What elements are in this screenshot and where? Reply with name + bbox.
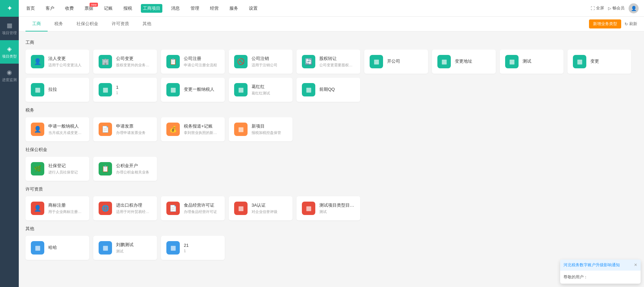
nav-service[interactable]: 服务 bbox=[227, 4, 240, 13]
card-test[interactable]: ▦ 测试 bbox=[500, 50, 564, 74]
card-num21[interactable]: ▦ 21 1 bbox=[161, 236, 225, 260]
section-title-permit: 许可资质 bbox=[25, 186, 637, 192]
card-open-company[interactable]: ▦ 开公司 bbox=[364, 50, 428, 74]
fullscreen-label: 全屏 bbox=[596, 5, 604, 11]
sidebar-item-progress-monitor[interactable]: ◉ 进度监测 bbox=[0, 64, 19, 87]
nav-ticket[interactable]: 票据 new bbox=[83, 4, 95, 13]
sidebar-item-project-type[interactable]: ◈ 项目类型 bbox=[0, 40, 19, 64]
tab-social-fund[interactable]: 社保公积金 bbox=[70, 17, 105, 31]
card-company-change[interactable]: 🏢 公司变更 股权变更外的业务变更 bbox=[93, 50, 157, 74]
card-info-fund-open: 公积金开户 办理公积金相关业务 bbox=[116, 163, 152, 175]
sidebar-item-project-mgmt[interactable]: ▦ 项目管理 bbox=[0, 17, 19, 40]
card-food-permit[interactable]: 📄 食品经营许可证 办理食品经营许可证 bbox=[161, 196, 225, 220]
tab-other[interactable]: 其他 bbox=[136, 17, 158, 31]
section-title-industry: 工商 bbox=[25, 40, 637, 46]
card-trademark-reg[interactable]: 👤 商标注册 用于企业商标注册服务 bbox=[25, 196, 89, 220]
card-name-apply-taxpayer: 申请一般纳税人 bbox=[48, 123, 84, 129]
card-haha[interactable]: ▦ 哈哈 bbox=[25, 236, 89, 260]
tab-permit[interactable]: 许可资质 bbox=[105, 17, 136, 31]
sidebar-label-project-type: 项目类型 bbox=[2, 54, 17, 59]
card-info-liu-peng-test: 刘鹏测试 测试 bbox=[116, 242, 152, 254]
card-change-address[interactable]: ▦ 变更地址 bbox=[432, 50, 496, 74]
card-equity-transfer[interactable]: 🔄 股权转让 公司变更需要股权转让 bbox=[297, 50, 360, 74]
card-icon-trademark-reg: 👤 bbox=[31, 202, 44, 215]
nav-industry[interactable]: 工商项目 bbox=[141, 4, 162, 13]
project-type-icon: ◈ bbox=[7, 45, 12, 53]
add-type-button[interactable]: 新增业务类型 bbox=[589, 19, 621, 28]
card-info-trademark-reg: 商标注册 用于企业商标注册服务 bbox=[48, 202, 84, 214]
card-company-reg[interactable]: 📋 公司注册 申请公司注册全流程 bbox=[161, 50, 225, 74]
card-name-liu-peng-test: 刘鹏测试 bbox=[116, 242, 152, 248]
card-num1[interactable]: ▦ 1 1 bbox=[93, 78, 157, 102]
refresh-button[interactable]: ↻ 刷新 bbox=[625, 21, 637, 27]
card-name-trademark-reg: 商标注册 bbox=[48, 202, 84, 208]
card-change[interactable]: ▦ 变更 bbox=[568, 50, 631, 74]
card-import-export[interactable]: 🌐 进出口权办理 适用于对外贸易经营者 bbox=[93, 196, 157, 220]
card-icon-test: ▦ bbox=[505, 55, 519, 68]
card-social-reg[interactable]: 🌿 社保登记 进行人员社保登记 bbox=[25, 157, 89, 181]
card-desc-liu-peng-test: 测试 bbox=[116, 249, 152, 254]
card-desc-import-export: 适用于对外贸易经营者 bbox=[116, 209, 152, 214]
nav-operation[interactable]: 经营 bbox=[208, 4, 221, 13]
card-change-taxpayer[interactable]: ▦ 变更一般纳税人 bbox=[161, 78, 225, 102]
section-title-social: 社保公积金 bbox=[25, 147, 637, 153]
nav-settings[interactable]: 设置 bbox=[247, 4, 260, 13]
main-content: 首页 客户 收费 票据 new 记账 报税 工商项目 消息 管理 经营 服务 设… bbox=[19, 0, 644, 287]
user-avatar[interactable]: 👤 bbox=[629, 3, 639, 13]
notification-close-button[interactable]: ✕ bbox=[634, 263, 637, 267]
card-name-food-permit: 食品经营许可证 bbox=[184, 202, 219, 208]
card-desc-3a-cert: 对企业信誉评级 bbox=[252, 209, 287, 214]
card-icon-legal-change: 👤 bbox=[31, 55, 44, 68]
nav-accounting[interactable]: 记账 bbox=[102, 4, 115, 13]
card-info-test: 测试 bbox=[523, 58, 558, 65]
fullscreen-button[interactable]: ⛶ 全屏 bbox=[591, 5, 604, 11]
card-legal-change[interactable]: 👤 法人变更 适用于公司变更法人 bbox=[25, 50, 89, 74]
card-name-legal-change: 法人变更 bbox=[48, 56, 84, 62]
card-apply-invoice[interactable]: 📄 申请发票 办理申请发票业务 bbox=[93, 117, 157, 141]
card-name-num1: 1 bbox=[116, 85, 152, 90]
card-icon-lala: ▦ bbox=[31, 83, 44, 96]
card-name-haha: 哈哈 bbox=[48, 244, 84, 250]
nav-tax[interactable]: 报税 bbox=[121, 4, 134, 13]
member-label: 畅会员 bbox=[612, 5, 625, 11]
tab-industry[interactable]: 工商 bbox=[25, 17, 48, 31]
card-desc-food-permit: 办理食品经营许可证 bbox=[184, 209, 219, 214]
card-desc-apply-taxpayer: 当月或次月成变更完成 bbox=[48, 130, 84, 135]
card-desc-company-change: 股权变更外的业务变更 bbox=[116, 63, 152, 68]
card-fund-open[interactable]: 📋 公积金开户 办理公积金相关业务 bbox=[93, 157, 157, 181]
card-info-haha: 哈哈 bbox=[48, 244, 84, 252]
scroll-content: 工商 👤 法人变更 适用于公司变更法人 🏢 公司变更 股权变更外的业务变更 bbox=[19, 31, 644, 287]
tab-tax[interactable]: 税务 bbox=[48, 17, 70, 31]
card-new-project[interactable]: ▦ 新项目 报税加税控盘保管 bbox=[229, 117, 292, 141]
card-company-cancel[interactable]: 🚫 公司注销 适用于注销公司 bbox=[229, 50, 292, 74]
card-icon-change-taxpayer: ▦ bbox=[166, 83, 180, 96]
sidebar-label-progress-monitor: 进度监测 bbox=[2, 77, 17, 82]
card-icon-num1: ▦ bbox=[99, 83, 112, 96]
card-icon-equity-transfer: 🔄 bbox=[302, 55, 315, 68]
card-apply-taxpayer[interactable]: 👤 申请一般纳税人 当月或次月成变更完成 bbox=[25, 117, 89, 141]
card-name-prev-qq: 前期QQ bbox=[319, 86, 355, 92]
card-name-test-type: 测试项目类型目定义 bbox=[319, 202, 355, 208]
card-icon-liu-peng-test: ▦ bbox=[99, 241, 112, 255]
card-liu-peng-test[interactable]: ▦ 刘鹏测试 测试 bbox=[93, 236, 157, 260]
nav-billing[interactable]: 收费 bbox=[63, 4, 76, 13]
card-info-change-taxpayer: 变更一般纳税人 bbox=[184, 86, 219, 93]
card-desc-ge-honghong: 葛红红测试 bbox=[252, 91, 287, 96]
card-icon-change-address: ▦ bbox=[437, 55, 451, 68]
card-3a-cert[interactable]: ▦ 3A认证 对企业信誉评级 bbox=[229, 196, 292, 220]
card-test-type[interactable]: ▦ 测试项目类型目定义 测试 bbox=[297, 196, 360, 220]
nav-customer[interactable]: 客户 bbox=[44, 4, 56, 13]
card-name-open-company: 开公司 bbox=[387, 58, 423, 64]
card-ge-honghong[interactable]: ▦ 葛红红 葛红红测试 bbox=[229, 78, 292, 102]
nav-message[interactable]: 消息 bbox=[169, 4, 182, 13]
other-cards-grid: ▦ 哈哈 ▦ 刘鹏测试 测试 ▦ 21 bbox=[25, 236, 637, 260]
card-lala[interactable]: ▦ 拉拉 bbox=[25, 78, 89, 102]
member-button[interactable]: ▷ 畅会员 bbox=[608, 5, 625, 11]
nav-admin[interactable]: 管理 bbox=[189, 4, 201, 13]
card-icon-prev-qq: ▦ bbox=[302, 83, 315, 96]
card-tax-report-acc[interactable]: 💰 税务报道+记账 拿到营业执照的新公司 bbox=[161, 117, 225, 141]
card-name-company-reg: 公司注册 bbox=[184, 56, 219, 62]
card-info-tax-report-acc: 税务报道+记账 拿到营业执照的新公司 bbox=[184, 123, 219, 135]
nav-home[interactable]: 首页 bbox=[24, 4, 37, 13]
card-prev-qq[interactable]: ▦ 前期QQ bbox=[297, 78, 360, 102]
